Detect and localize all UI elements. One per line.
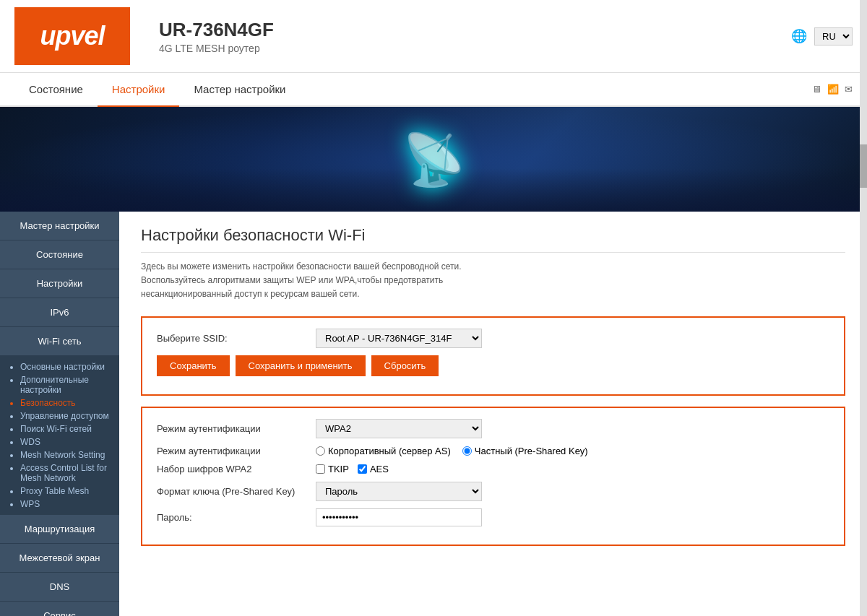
description: Здесь вы можете изменить настройки безоп… bbox=[141, 260, 845, 302]
sidebar-item-access-control[interactable]: Управление доступом bbox=[20, 409, 111, 422]
device-name: UR-736N4GF bbox=[159, 19, 791, 41]
header: upvel UR-736N4GF 4G LTE MESH роутер 🌐 RU… bbox=[0, 0, 867, 73]
sidebar-item-wifi-search[interactable]: Поиск Wi-Fi сетей bbox=[20, 422, 111, 435]
checkbox-tkip-input[interactable] bbox=[316, 464, 325, 474]
header-right: 🌐 RU EN bbox=[791, 27, 853, 45]
save-apply-button[interactable]: Сохранить и применить bbox=[236, 355, 366, 376]
page-title: Настройки безопасности Wi-Fi bbox=[141, 226, 845, 253]
sidebar-item-ipv6[interactable]: IPv6 bbox=[0, 298, 119, 327]
main-layout: Мастер настройки Состояние Настройки IPv… bbox=[0, 212, 867, 616]
banner: 📡 bbox=[0, 107, 867, 212]
sidebar-item-settings[interactable]: Настройки bbox=[0, 269, 119, 298]
sidebar: Мастер настройки Состояние Настройки IPv… bbox=[0, 212, 119, 616]
ssid-row: Выберите SSID: Root AP - UR-736N4GF_314F bbox=[157, 329, 829, 348]
auth-mode-select[interactable]: WPA2 bbox=[316, 419, 482, 438]
password-label: Пароль: bbox=[157, 512, 316, 523]
sidebar-item-status[interactable]: Состояние bbox=[0, 240, 119, 269]
nav-wizard[interactable]: Мастер настройки bbox=[179, 73, 300, 105]
auth-type-row: Режим аутентификации Корпоративный (серв… bbox=[157, 446, 829, 456]
radio-private-input[interactable] bbox=[462, 446, 472, 456]
cipher-checkbox-group: TKIP AES bbox=[316, 464, 389, 474]
sidebar-item-basic[interactable]: Основные настройки bbox=[20, 360, 111, 373]
auth-type-label: Режим аутентификации bbox=[157, 446, 316, 456]
sidebar-item-dns[interactable]: DNS bbox=[0, 573, 119, 602]
logo-block: upvel bbox=[14, 7, 130, 65]
sidebar-wifi-subsections: Основные настройки Дополнительные настро… bbox=[0, 356, 119, 515]
checkbox-tkip[interactable]: TKIP bbox=[316, 464, 349, 474]
checkbox-aes[interactable]: AES bbox=[358, 464, 389, 474]
ssid-select[interactable]: Root AP - UR-736N4GF_314F bbox=[316, 329, 482, 348]
radio-corporate[interactable]: Корпоративный (сервер AS) bbox=[316, 446, 451, 456]
sidebar-item-service[interactable]: Сервис bbox=[0, 602, 119, 616]
reset-button[interactable]: Сбросить bbox=[371, 355, 439, 376]
nav-status[interactable]: Состояние bbox=[14, 73, 98, 105]
mail-icon: ✉ bbox=[845, 84, 853, 95]
save-button[interactable]: Сохранить bbox=[157, 355, 230, 376]
nav-bar: Состояние Настройки Мастер настройки 🖥 📶… bbox=[0, 73, 867, 107]
language-select[interactable]: RU EN bbox=[814, 27, 853, 45]
sidebar-item-wifi[interactable]: Wi-Fi сеть bbox=[0, 327, 119, 356]
header-center: UR-736N4GF 4G LTE MESH роутер bbox=[159, 19, 791, 54]
key-format-select[interactable]: Пароль bbox=[316, 482, 482, 501]
sidebar-item-access-control-mesh[interactable]: Access Control List for Mesh Network bbox=[20, 461, 111, 485]
auth-mode-row: Режим аутентификации WPA2 bbox=[157, 419, 829, 438]
signal-icon: 📶 bbox=[827, 84, 839, 95]
scrollbar[interactable] bbox=[860, 0, 867, 616]
key-format-row: Формат ключа (Pre-Shared Key) Пароль bbox=[157, 482, 829, 501]
logo: upvel bbox=[40, 21, 104, 51]
sidebar-item-advanced[interactable]: Дополнительные настройки bbox=[20, 373, 111, 396]
ssid-label: Выберите SSID: bbox=[157, 333, 316, 344]
banner-wifi-icon: 📡 bbox=[402, 130, 465, 189]
button-row: Сохранить Сохранить и применить Сбросить bbox=[157, 355, 829, 376]
sidebar-item-wizard[interactable]: Мастер настройки bbox=[0, 212, 119, 240]
password-input[interactable] bbox=[316, 508, 482, 526]
nav-icons: 🖥 📶 ✉ bbox=[812, 84, 853, 95]
radio-corporate-input[interactable] bbox=[316, 446, 325, 456]
auth-radio-group: Корпоративный (сервер AS) Частный (Pre-S… bbox=[316, 446, 588, 456]
sidebar-item-wds[interactable]: WDS bbox=[20, 435, 111, 448]
sidebar-item-security[interactable]: Безопасность bbox=[20, 396, 111, 409]
radio-private[interactable]: Частный (Pre-Shared Key) bbox=[462, 446, 588, 456]
cipher-row: Набор шифров WPA2 TKIP AES bbox=[157, 464, 829, 474]
checkbox-aes-input[interactable] bbox=[358, 464, 367, 474]
password-row: Пароль: bbox=[157, 508, 829, 526]
sidebar-item-wps[interactable]: WPS bbox=[20, 498, 111, 511]
ssid-section: Выберите SSID: Root AP - UR-736N4GF_314F… bbox=[141, 316, 845, 396]
content-area: Настройки безопасности Wi-Fi Здесь вы мо… bbox=[119, 212, 867, 616]
sidebar-item-routing[interactable]: Маршрутизация bbox=[0, 515, 119, 544]
auth-section: Режим аутентификации WPA2 Режим аутентиф… bbox=[141, 407, 845, 546]
monitor-icon: 🖥 bbox=[812, 84, 821, 95]
cipher-label: Набор шифров WPA2 bbox=[157, 464, 316, 474]
sidebar-item-proxy-table[interactable]: Proxy Table Mesh bbox=[20, 485, 111, 498]
nav-settings[interactable]: Настройки bbox=[98, 73, 180, 107]
globe-icon: 🌐 bbox=[791, 28, 807, 44]
key-format-label: Формат ключа (Pre-Shared Key) bbox=[157, 486, 316, 497]
sidebar-item-mesh-network[interactable]: Mesh Network Setting bbox=[20, 448, 111, 461]
auth-mode-label: Режим аутентификации bbox=[157, 423, 316, 434]
sidebar-item-firewall[interactable]: Межсетевой экран bbox=[0, 544, 119, 573]
device-subtitle: 4G LTE MESH роутер bbox=[159, 43, 791, 54]
